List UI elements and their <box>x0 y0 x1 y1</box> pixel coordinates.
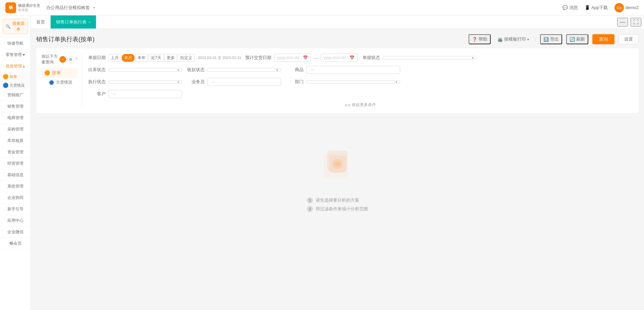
dept-select[interactable]: ▾ <box>306 80 400 84</box>
user-action[interactable]: Ea demo2 <box>614 3 639 12</box>
date-btn-this-month[interactable]: 本月 <box>122 54 135 62</box>
salesman-more-icon[interactable]: ··· <box>212 80 215 84</box>
sidebar-sub-item-debt[interactable]: 🔵 欠货情况 <box>0 81 31 90</box>
sidebar-item-marketing[interactable]: 营销推广 <box>0 90 31 101</box>
query-button[interactable]: 查询 <box>592 34 614 44</box>
step-num-1: 1 <box>307 197 313 203</box>
filter-layout: 按以下方案查询 + ⚙ « 🟠 按单 🔵 <box>42 54 633 108</box>
refresh-button[interactable]: 🔄 刷新 <box>566 34 588 44</box>
goods-more-icon[interactable]: ··· <box>311 67 314 72</box>
status-arrow-icon: ▾ <box>472 56 474 60</box>
divider <box>536 37 536 42</box>
sidebar-item-finance[interactable]: 资金管理 <box>0 147 31 158</box>
sidebar-item-member[interactable]: 畅会员 <box>0 238 31 249</box>
nav-sub-item-debt[interactable]: 🔵 欠货情况 <box>42 78 77 87</box>
sidebar-item-inventory[interactable]: 库存核算 <box>0 135 31 147</box>
export-button[interactable]: ⬆️ 导出 <box>540 34 562 44</box>
app-download-action[interactable]: 📱 App下载 <box>585 5 608 11</box>
nav-settings-button[interactable]: ⚙ <box>67 56 74 63</box>
search-menu-button[interactable]: 🔍 搜索菜单 <box>3 19 28 34</box>
collect-status-label: 收款状态 <box>186 67 205 73</box>
status-select[interactable]: ▾ <box>383 56 477 59</box>
date-btn-custom[interactable]: 自定义 <box>178 54 195 62</box>
customer-label: 客户 <box>87 91 106 97</box>
nav-item-order[interactable]: 🟠 按单 <box>42 68 77 78</box>
help-button[interactable]: ❓ 帮助 <box>469 34 491 44</box>
filter-left-nav: 按以下方案查询 + ⚙ « 🟠 按单 🔵 <box>42 54 82 108</box>
filter-field-customer: 客户 ··· <box>87 90 182 98</box>
empty-state: 1 请先选择要分析的方案 2 用过滤条件来缩小分析范围 <box>36 117 639 242</box>
filter-row-1: 单据日期 上月 本月 本年 近7天 更多 自定义 <box>87 54 633 62</box>
date-btn-7days[interactable]: 近7天 <box>149 54 164 62</box>
salesman-select[interactable]: ··· <box>207 78 281 86</box>
goods-label: 商品 <box>285 67 304 73</box>
sidebar-item-newbie[interactable]: 新手引导 <box>0 204 31 215</box>
tab-expand-button[interactable]: ⛶ <box>631 18 641 27</box>
customer-select[interactable]: ··· <box>108 90 182 98</box>
filter-row-4: 客户 ··· <box>87 90 633 98</box>
sidebar-item-retail[interactable]: 零售管理 ▾ <box>0 49 31 61</box>
collect-status-select[interactable]: ▾ <box>207 68 281 71</box>
nav-add-button[interactable]: + <box>59 56 66 63</box>
out-status-label: 出库状态 <box>87 67 106 73</box>
tab-home[interactable]: 首页 <box>31 15 51 29</box>
page-content: 销售订单执行表(按单) ❓ 帮助 🖨️ 按模板打印 ▾ ⬆️ 导出 <box>31 29 644 310</box>
settings-button[interactable]: 设置 <box>619 34 639 44</box>
tab-minimize-button[interactable]: — <box>617 18 628 27</box>
tab-close-icon[interactable]: × <box>89 20 91 24</box>
tab-sales-order[interactable]: 销售订单执行表 × <box>51 15 96 29</box>
exec-status-label: 执行状态 <box>87 79 106 85</box>
filter-field-status: 单据状态 ▾ <box>362 55 477 61</box>
dept-arrow-icon: ▾ <box>395 80 397 84</box>
date-btn-last-month[interactable]: 上月 <box>108 54 121 62</box>
sidebar-item-operations[interactable]: 经营管理 <box>0 158 31 169</box>
sidebar-item-enterprise[interactable]: 企业协同 <box>0 192 31 204</box>
collapse-up-icon: ∧∧ <box>344 103 351 107</box>
message-action[interactable]: 💬 消息 <box>562 5 578 11</box>
goods-select[interactable]: ··· <box>306 66 400 74</box>
sidebar-sub-item-order[interactable]: 🟠 按单 <box>0 72 31 81</box>
print-arrow-icon: ▾ <box>527 38 529 41</box>
calendar-icon-to: 📅 <box>350 55 355 60</box>
app-title-arrow-icon[interactable]: ▾ <box>93 6 95 9</box>
sidebar-item-basic[interactable]: 基础信息 <box>0 169 31 181</box>
date-label: 单据日期 <box>87 55 106 61</box>
sidebar: 🔍 搜索菜单 快捷导航 零售管理 ▾ 批发管理 ▴ 🟠 按单 🔵 欠货情况 营销… <box>0 15 31 310</box>
page-header-actions: ❓ 帮助 🖨️ 按模板打印 ▾ ⬆️ 导出 🔄 刷 <box>469 34 639 44</box>
nav-collapse-button[interactable]: « <box>75 56 77 63</box>
empty-illustration <box>317 144 358 191</box>
filter-row-3: 执行状态 ▾ 业务员 ··· <box>87 78 633 86</box>
content-area: 首页 销售订单执行表 × — ⛶ 销售订单执行表(按单) ❓ 帮助 <box>31 15 644 310</box>
nav-action-icons: + ⚙ « <box>59 56 77 63</box>
sidebar-item-quick-nav[interactable]: 快捷导航 <box>0 38 31 49</box>
expected-date-to[interactable]: yyyy-mm-dd 📅 <box>321 54 358 62</box>
print-dropdown-button[interactable]: 🖨️ 按模板打印 ▾ <box>495 35 532 44</box>
sidebar-item-purchase[interactable]: 采购管理 <box>0 124 31 135</box>
exec-status-select[interactable]: ▾ <box>108 80 182 84</box>
sidebar-item-wechat[interactable]: 企业微信 <box>0 226 31 238</box>
customer-more-icon[interactable]: ··· <box>113 92 116 96</box>
filter-row-2: 出库状态 ▾ 收款状态 ▾ <box>87 66 633 74</box>
tab-bar: 首页 销售订单执行表 × — ⛶ <box>31 15 644 29</box>
filter-field-dept: 部门 ▾ <box>285 79 400 85</box>
sidebar-item-app-center[interactable]: 应用中心 <box>0 215 31 226</box>
date-separator: — <box>314 55 318 60</box>
out-status-arrow-icon: ▾ <box>177 68 179 72</box>
sidebar-sub-items: 🟠 按单 🔵 欠货情况 <box>0 72 31 90</box>
filter-nav-header: 按以下方案查询 + ⚙ « <box>42 54 77 65</box>
collapse-button[interactable]: ∧∧ 收起更多条件 <box>87 102 633 108</box>
collect-status-arrow-icon: ▾ <box>276 68 278 72</box>
empty-steps: 1 请先选择要分析的方案 2 用过滤条件来缩小分析范围 <box>307 197 368 215</box>
sidebar-item-wholesale[interactable]: 批发管理 ▴ <box>0 61 31 72</box>
sidebar-item-system[interactable]: 系统管理 <box>0 181 31 192</box>
refresh-icon: 🔄 <box>570 37 575 42</box>
filter-field-expected-date: 预计交货日期 yyyy-mm-dd 📅 — yyyy-mm-dd 📅 <box>245 54 358 62</box>
step-num-2: 2 <box>307 206 313 212</box>
sidebar-item-sales[interactable]: 销售管理 <box>0 101 31 112</box>
sidebar-item-ecommerce[interactable]: 电商管理 <box>0 112 31 124</box>
dept-label: 部门 <box>285 79 304 85</box>
date-btn-more[interactable]: 更多 <box>164 54 177 62</box>
expected-date-from[interactable]: yyyy-mm-dd 📅 <box>274 54 311 62</box>
out-status-select[interactable]: ▾ <box>108 68 182 71</box>
date-btn-this-year[interactable]: 本年 <box>135 54 148 62</box>
